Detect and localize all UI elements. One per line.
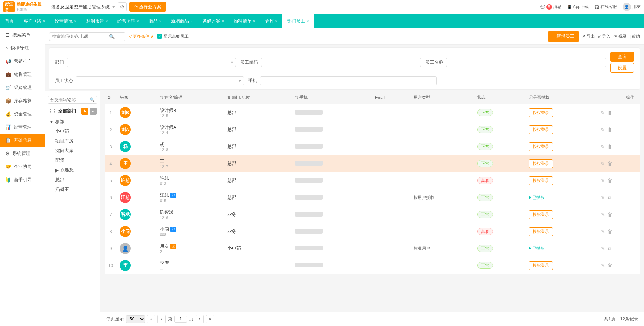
sort-icon[interactable]: ⇅ (160, 95, 163, 100)
export-button[interactable]: ↗ 导出 (582, 34, 595, 39)
dept-tree-item-shuanglu[interactable]: ▶ 双鹿想 (45, 165, 100, 175)
edit-icon[interactable]: ✎ (601, 144, 605, 149)
dept-collapse-icon[interactable]: « (90, 108, 97, 115)
more-filter-btn[interactable]: ▽ 更多条件 ∧ (129, 34, 154, 39)
delete-icon[interactable]: 🗑 (608, 229, 613, 234)
settings-icon[interactable]: ⚙ (118, 2, 127, 11)
edit-icon[interactable]: ✎ (601, 229, 605, 234)
sidebar-item-purchase[interactable]: 🛒 采购管理 (0, 81, 45, 94)
import-button[interactable]: ↙ 导入 (598, 34, 610, 39)
edit-icon[interactable]: ✎ (601, 263, 605, 268)
auth-login-button[interactable]: 授权登录 (529, 125, 553, 134)
sidebar-item-system[interactable]: ⚙ 系统管理 (0, 147, 45, 160)
online-service-btn[interactable]: 🎧 在线客服 (594, 4, 617, 10)
auth-login-button[interactable]: 授权登录 (529, 108, 553, 117)
dept-tree-item-chashuwang[interactable]: 插树王二 (45, 185, 100, 194)
auth-login-button[interactable]: 授权登录 (529, 176, 553, 185)
sidebar-item-operation-mgmt[interactable]: 📊 经营管理 (0, 121, 45, 134)
user-avatar[interactable]: 👤 用友 (623, 3, 641, 11)
sidebar-item-search[interactable]: ☰ 搜索菜单 (0, 28, 45, 42)
delete-icon[interactable]: 🗑 (608, 212, 613, 217)
sidebar-item-marketing[interactable]: 📢 营销推广 (0, 55, 45, 68)
app-download-btn[interactable]: 📱 App下载 (567, 4, 589, 10)
delete-icon[interactable]: 🗑 (608, 178, 613, 183)
delete-icon[interactable]: 🗑 (608, 263, 613, 268)
dept-tree-item-distribution[interactable]: 配货 (45, 156, 100, 165)
nav-tab-home[interactable]: 首页 (0, 14, 19, 28)
sidebar-item-shortcut[interactable]: ⌂ 快捷导航 (0, 42, 45, 55)
auth-login-button[interactable]: 授权登录 (529, 261, 553, 270)
experience-btn[interactable]: 体验行业方案 (129, 2, 166, 12)
edit-icon[interactable]: ✎ (601, 110, 605, 115)
close-icon[interactable]: × (137, 19, 139, 23)
delete-icon[interactable]: 🗑 (608, 127, 613, 132)
message-btn[interactable]: 💬 5 消息 (540, 4, 561, 10)
next-page-btn[interactable]: › (196, 315, 204, 323)
dept-tree-item-general[interactable]: ▼ 总部 (45, 117, 100, 126)
sidebar-item-finance[interactable]: 💰 资金管理 (0, 107, 45, 121)
search-input[interactable] (52, 34, 108, 39)
close-icon[interactable]: × (159, 19, 161, 23)
dept-edit-icon[interactable]: ✎ (81, 108, 88, 115)
close-icon[interactable]: × (222, 19, 224, 23)
auth-login-button[interactable]: 授权登录 (529, 210, 553, 219)
nav-tab-add-goods[interactable]: 新增商品 × (166, 14, 197, 28)
dept-tree-item-project-warehouse[interactable]: 项目库房 (45, 136, 100, 146)
close-icon[interactable]: × (74, 19, 76, 23)
dept-tree-item-shenyang[interactable]: 沈阳大库 (45, 146, 100, 156)
edit-icon[interactable]: ✎ (601, 127, 605, 132)
delete-icon[interactable]: 🗑 (608, 110, 613, 115)
dept-search[interactable]: 🔍 (48, 96, 97, 104)
nav-tab-warehouse[interactable]: 仓库 × (260, 14, 282, 28)
copy-icon[interactable]: ⧉ (608, 246, 611, 252)
emp-name-input[interactable] (446, 58, 606, 67)
dept-search-input[interactable] (50, 97, 88, 102)
phone-input[interactable] (260, 76, 437, 85)
nav-tab-barcode[interactable]: 条码方案 × (198, 14, 229, 28)
sort-icon[interactable]: ⇅ (295, 95, 298, 100)
close-icon[interactable]: × (106, 19, 108, 23)
show-resigned-toggle[interactable]: ✓ 显示离职员工 (157, 34, 189, 39)
delete-icon[interactable]: 🗑 (608, 161, 613, 166)
edit-icon[interactable]: ✎ (601, 212, 605, 217)
system-dropdown-icon[interactable]: ▾ (112, 4, 115, 9)
close-icon[interactable]: × (43, 19, 45, 23)
dept-tree-item-headquarters[interactable]: 总部 (45, 175, 100, 185)
nav-tab-customer[interactable]: 客户联络 × (19, 14, 50, 28)
nav-tab-goods[interactable]: 商品 × (144, 14, 166, 28)
close-icon[interactable]: × (307, 19, 309, 23)
add-employee-button[interactable]: + 新增员工 (548, 31, 579, 42)
sort-icon[interactable]: ⇅ (227, 95, 231, 100)
query-button[interactable]: 查询 (610, 52, 634, 62)
nav-tab-department[interactable]: 部门员工 × (282, 14, 314, 28)
edit-icon[interactable]: ✎ (601, 178, 605, 183)
close-icon[interactable]: × (190, 19, 192, 23)
auth-login-button[interactable]: 授权登录 (529, 159, 553, 168)
close-icon[interactable]: × (253, 19, 255, 23)
sidebar-item-enterprise[interactable]: 🤝 企业协同 (0, 160, 45, 173)
copy-icon[interactable]: ⧉ (608, 195, 611, 201)
sidebar-item-sales[interactable]: 💼 销售管理 (0, 68, 45, 81)
nav-tab-journey[interactable]: 经营历程 × (112, 14, 144, 28)
delete-icon[interactable]: 🗑 (608, 144, 613, 149)
search-input-wrap[interactable]: 🔍 (49, 32, 125, 41)
view-button[interactable]: 👁 视录 (613, 34, 627, 39)
page-size-select[interactable]: 50 100 (126, 315, 145, 323)
sidebar-item-basic[interactable]: 📋 基础信息 (0, 134, 45, 147)
help-button[interactable]: | 帮助 (629, 34, 640, 39)
nav-tab-profit[interactable]: 利润报告 × (81, 14, 112, 28)
first-page-btn[interactable]: « (147, 315, 155, 323)
last-page-btn[interactable]: » (206, 315, 214, 323)
settings-icon[interactable]: ⚙ (107, 95, 111, 100)
close-icon[interactable]: × (275, 19, 278, 23)
dept-tree-item-small-elec[interactable]: 小电部 (45, 126, 100, 136)
auth-login-button[interactable]: 授权登录 (529, 142, 553, 151)
emp-code-input[interactable] (261, 58, 421, 67)
reset-button[interactable]: 设置 (610, 63, 634, 73)
edit-icon[interactable]: ✎ (601, 161, 605, 166)
auth-login-button[interactable]: 授权登录 (529, 227, 553, 236)
emp-status-select[interactable]: ▾ (76, 76, 244, 85)
edit-icon[interactable]: ✎ (601, 246, 605, 251)
edit-icon[interactable]: ✎ (601, 195, 605, 200)
prev-page-btn[interactable]: ‹ (157, 315, 166, 323)
